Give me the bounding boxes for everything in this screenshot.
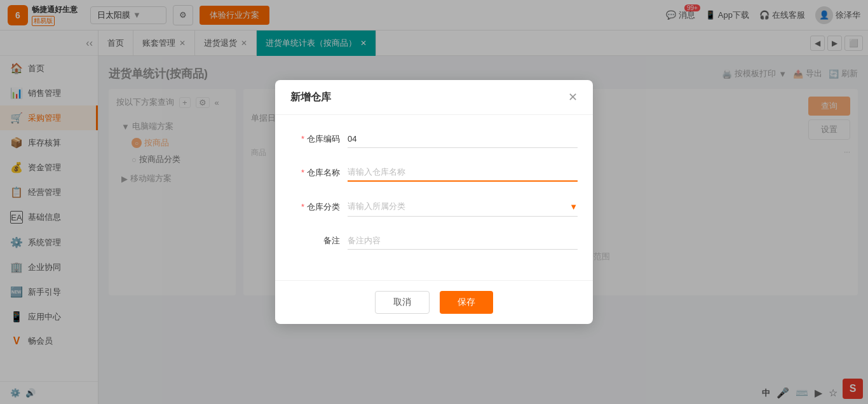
add-warehouse-modal: 新增仓库 ✕ 仓库编码 仓库名称 仓库分类 请输入所属分类 ▼ bbox=[275, 80, 593, 324]
modal-body: 仓库编码 仓库名称 仓库分类 请输入所属分类 ▼ 备注 bbox=[275, 115, 593, 280]
modal-overlay: 新增仓库 ✕ 仓库编码 仓库名称 仓库分类 请输入所属分类 ▼ bbox=[0, 0, 868, 404]
warehouse-note-label: 备注 bbox=[290, 235, 348, 246]
warehouse-category-label: 仓库分类 bbox=[290, 201, 348, 213]
modal-title: 新增仓库 bbox=[290, 91, 331, 104]
warehouse-name-row: 仓库名称 bbox=[290, 163, 578, 182]
save-button[interactable]: 保存 bbox=[440, 291, 493, 314]
warehouse-name-label: 仓库名称 bbox=[290, 167, 348, 178]
warehouse-name-input[interactable] bbox=[348, 163, 578, 182]
cancel-button[interactable]: 取消 bbox=[375, 291, 430, 314]
warehouse-code-row: 仓库编码 bbox=[290, 130, 578, 148]
warehouse-note-row: 备注 bbox=[290, 232, 578, 250]
warehouse-note-input[interactable] bbox=[348, 232, 578, 250]
warehouse-category-row: 仓库分类 请输入所属分类 ▼ bbox=[290, 197, 578, 217]
chevron-down-icon: ▼ bbox=[569, 202, 578, 212]
modal-header: 新增仓库 ✕ bbox=[275, 80, 593, 115]
modal-footer: 取消 保存 bbox=[275, 280, 593, 324]
warehouse-code-label: 仓库编码 bbox=[290, 133, 348, 145]
modal-close-icon[interactable]: ✕ bbox=[568, 90, 578, 104]
warehouse-code-input[interactable] bbox=[348, 130, 578, 148]
warehouse-category-select[interactable]: 请输入所属分类 ▼ bbox=[348, 197, 578, 217]
